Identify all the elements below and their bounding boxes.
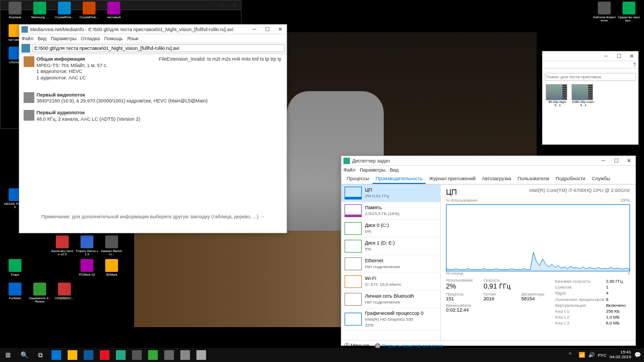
menu-item[interactable]: Параметры — [360, 167, 385, 173]
tab[interactable]: Производительность — [372, 174, 426, 184]
perf-list[interactable]: ЦП2% 0,91 ГГцПамять2,5/15,9 ГБ (16%)Диск… — [341, 184, 441, 340]
menu-item[interactable]: Помощь — [104, 36, 123, 41]
file-thumb[interactable]: 1080-25p-main-5...1 — [572, 84, 595, 111]
desktop-icon[interactable]: Корзина — [3, 2, 27, 23]
perf-detail: ЦП Intel(R) Core(TM) i7-6700HQ CPU @ 2.6… — [441, 184, 635, 340]
desktop-icon[interactable]: CrystalDisk... — [77, 2, 101, 23]
file-thumb[interactable]: 80-25p-high-5...1 — [546, 84, 569, 111]
desktop-icon[interactable]: CrystalDisk... — [53, 2, 76, 23]
folder-icon — [21, 44, 30, 53]
menu-item[interactable]: Язык — [127, 36, 138, 41]
menu-item[interactable]: Вид — [390, 167, 398, 173]
titlebar[interactable]: ─ ☐ ✕ — [543, 51, 638, 61]
tab[interactable]: Подробности — [552, 174, 588, 184]
taskmgr-window[interactable]: Диспетчер задач ─ ☐ ✕ ФайлПараметрыВид П… — [341, 156, 636, 346]
video-heading: Первый видеопоток — [36, 92, 85, 98]
maximize-button[interactable]: ☐ — [261, 25, 274, 34]
menu-item[interactable]: Отладка — [80, 36, 100, 41]
perf-item[interactable]: Личная сеть BluetoothНет подключения — [341, 291, 440, 308]
system-tray[interactable]: ^ 📶 🔊 РУС 15:41 04.02.2019 💬 — [569, 350, 644, 360]
perf-item[interactable]: Диск 1 (D: E:)5% — [341, 238, 440, 255]
window-title: Диспетчер задач — [352, 158, 390, 164]
taskbar-app[interactable] — [145, 348, 161, 362]
explorer-window[interactable]: ─ ☐ ✕ ? 80-25p-high-5...11080-25p-main-5… — [542, 51, 639, 145]
desktop-icon[interactable]: Heaven Benchm... — [100, 235, 123, 257]
tab[interactable]: Процессы — [343, 174, 372, 184]
perf-item[interactable]: EthernetНет подключения — [341, 255, 440, 273]
minimize-button[interactable]: ─ — [597, 156, 610, 165]
open-resource-monitor[interactable]: 🔘 Открыть монитор ресурсов — [375, 343, 443, 349]
perf-item[interactable]: Графический процессор 0Intel(R) HD Graph… — [341, 308, 440, 330]
desktop-icon[interactable]: тестовый — [102, 2, 126, 23]
maximize-button[interactable]: ☐ — [612, 51, 625, 61]
maximize-button[interactable]: ☐ — [610, 156, 623, 165]
desktop-icon[interactable]: FurMark — [3, 283, 27, 304]
taskbar-app[interactable] — [161, 348, 177, 362]
perf-item[interactable]: Память2,5/15,9 ГБ (16%) — [341, 202, 440, 220]
minimize-button[interactable]: ─ — [202, 1, 215, 10]
minimize-button[interactable]: ─ — [248, 25, 261, 34]
mediainfo-window[interactable]: MediaArea.net/MediaInfo - E:\500 gb\для … — [19, 24, 287, 233]
desktop-icon[interactable]: Sanctuary Demo v2.3 — [50, 235, 74, 257]
general-icon — [24, 56, 34, 67]
taskbar-app[interactable] — [48, 348, 64, 362]
path-bar — [19, 43, 287, 54]
video-icon — [24, 92, 34, 103]
notifications-icon[interactable]: 💬 — [634, 352, 641, 358]
menubar[interactable]: ФайлПараметрыВид — [341, 166, 635, 174]
cpu-chart — [446, 204, 630, 271]
desktop-icon[interactable]: Tropics Demo v1.3 — [75, 235, 99, 257]
tray-volume-icon[interactable]: 🔊 — [588, 352, 595, 358]
menu-item[interactable]: Параметры — [50, 36, 76, 41]
start-button[interactable]: ⊞ — [0, 348, 16, 362]
perf-item[interactable]: ЦП2% 0,91 ГГц — [341, 184, 440, 202]
tab[interactable]: Автозагрузка — [479, 174, 515, 184]
taskbar-app[interactable] — [177, 348, 193, 362]
menu-item[interactable]: Файл — [343, 167, 355, 173]
desktop-icon[interactable]: 3DMark — [100, 259, 123, 280]
menu-item[interactable]: Вид — [38, 36, 46, 41]
desktop-icon[interactable]: CINEBENC... — [53, 283, 76, 304]
tray-lang[interactable]: РУС — [598, 353, 606, 358]
file-path-input[interactable] — [32, 45, 284, 52]
titlebar[interactable]: Диспетчер задач ─ ☐ ✕ — [341, 156, 635, 166]
perf-item[interactable]: Wi-FiО: 0 П: 16,0 кбит/с — [341, 273, 440, 291]
desktop-icon[interactable]: Geekbench 4 - Ярлык — [28, 283, 52, 304]
taskbar-app[interactable] — [64, 348, 80, 362]
taskbar-app[interactable] — [113, 348, 129, 362]
app-icon — [21, 26, 28, 33]
desktop-icon[interactable]: GeForce Experience — [592, 2, 616, 23]
close-button[interactable]: ✕ — [623, 156, 635, 165]
tab[interactable]: Службы — [589, 174, 613, 184]
minimize-button[interactable]: ─ — [599, 51, 612, 61]
titlebar[interactable]: MediaArea.net/MediaInfo - E:\500 gb\для … — [19, 25, 287, 34]
tabs[interactable]: ПроцессыПроизводительностьЖурнал приложе… — [341, 174, 635, 184]
close-button[interactable]: ✕ — [228, 1, 241, 10]
maximize-button[interactable]: ☐ — [215, 1, 228, 10]
desktop-icon[interactable]: PCMark 10 — [75, 259, 99, 280]
search-button[interactable]: 🔍 — [16, 348, 32, 362]
taskbar-app[interactable] — [97, 348, 113, 362]
taskbar-app[interactable] — [129, 348, 145, 362]
desktop-icon[interactable]: Fraps — [3, 259, 27, 280]
desktop-icon[interactable]: Средство просмот... — [617, 2, 641, 23]
taskbar-app[interactable] — [193, 348, 209, 362]
taskbar-app[interactable] — [80, 348, 97, 362]
help-icon[interactable]: ? — [543, 61, 638, 69]
taskview-button[interactable]: ⧉ — [32, 348, 48, 362]
desktop-icons-right: GeForce ExperienceСредство просмот... — [592, 1, 641, 24]
search-input[interactable] — [545, 73, 636, 81]
close-button[interactable]: ✕ — [274, 25, 287, 34]
menubar[interactable]: ФайлВидПараметрыОтладкаПомощьЯзык — [19, 34, 287, 43]
tray-clock[interactable]: 15:41 04.02.2019 — [610, 350, 631, 360]
taskbar[interactable]: ⊞ 🔍 ⧉ ^ 📶 🔊 РУС 15:41 04.02.2019 💬 — [0, 348, 644, 362]
perf-item[interactable]: Диск 0 (C:)0% — [341, 220, 440, 238]
menu-item[interactable]: Файл — [21, 36, 33, 41]
desktop-icon[interactable]: Samsung ... — [28, 2, 52, 23]
tray-up-icon[interactable]: ^ — [569, 352, 575, 358]
close-button[interactable]: ✕ — [625, 51, 638, 61]
tab[interactable]: Пользователи — [515, 174, 553, 184]
app-icon — [343, 158, 350, 164]
tray-network-icon[interactable]: 📶 — [579, 352, 585, 358]
tab[interactable]: Журнал приложений — [426, 174, 479, 184]
